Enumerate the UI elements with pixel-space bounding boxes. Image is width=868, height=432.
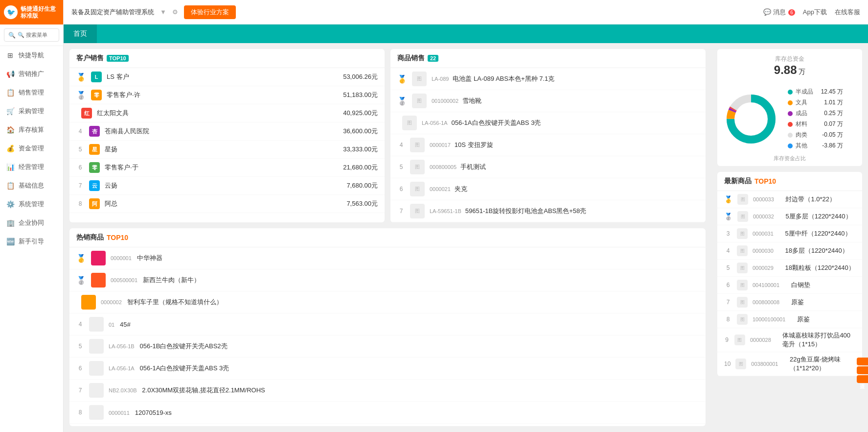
cs-hotline-btn[interactable]: 客服热线 (857, 358, 868, 365)
tab-home[interactable]: 首页 (64, 24, 97, 43)
rank-number: 10 (724, 360, 731, 367)
product-code: 0000029 (753, 265, 774, 271)
product-info: 000500001 新西兰牛肉（新牛） (111, 276, 699, 285)
legend-value: 0.25 万 (816, 109, 843, 118)
sidebar-item-purchase[interactable]: 🛒采购管理 (0, 102, 63, 120)
rank-number: 5 (724, 264, 732, 271)
product-thumb (89, 361, 104, 376)
table-row[interactable]: 6 零 零售客户·于 21,680.00元 (69, 159, 385, 177)
customer-avatar: 零 (89, 162, 100, 173)
new-products-list: 🥇 图 0000033 封边带（1.0*22） 🥈 图 0000032 5厘多层… (717, 191, 862, 376)
product-thumb: 图 (737, 280, 748, 290)
product-row[interactable]: 🥇 图 LA-089 电池盖 LA-089 ABS本色+黑种 7.1克 (390, 68, 706, 90)
product-row[interactable]: 8 0000011 12070519-xs (69, 402, 706, 424)
product-code: 0000028 (750, 337, 771, 343)
product-code: LA-056-1A (109, 365, 135, 371)
product-info: 0000021 夹克 (430, 185, 699, 193)
product-row[interactable]: 9 KK-SD22110H 花语萌恒温分罐罐桶（厚款） (69, 424, 706, 426)
product-name: 45# (120, 321, 131, 328)
product-row[interactable]: 7 NB2.0X30B 2.0X30MM双搓花轴,搓花直径2.1MM/ROHS (69, 380, 706, 402)
product-name: 59651-1B旋转投影灯电池盒ABS黑色+58壳 (465, 207, 586, 216)
product-thumb: 图 (737, 263, 748, 273)
product-row[interactable]: 5 LA-056-1B 056-1B白色按键开关壳ABS2壳 (69, 336, 706, 358)
product-info: LA-056-1B 056-1B白色按键开关壳ABS2壳 (109, 342, 699, 351)
sidebar-item-quick-nav[interactable]: ⊞快捷导航 (0, 46, 63, 65)
sidebar-item-inventory[interactable]: 🏠库存核算 (0, 120, 63, 139)
product-name: 体城嘉枝味苏打饮品400毫升（1*15） (782, 331, 855, 349)
product-name: 智利车子里（规格不知道填什么） (127, 298, 223, 306)
rank-medal: 🥈 (76, 91, 86, 100)
service-community-btn[interactable]: 服务社区 (857, 366, 868, 374)
product-info: 0000011 12070519-xs (109, 409, 699, 416)
sidebar-item-base-info[interactable]: 📋基础信息 (0, 176, 63, 195)
product-row[interactable]: 图 LA-056-1A 056-1A白色按键开关盖ABS 3壳 (390, 112, 706, 134)
table-row[interactable]: 🥈 零 零售客户·许 51,183.00元 (69, 86, 385, 104)
sold-products-header: 商品销售 22 (390, 49, 706, 68)
sidebar-item-marketing[interactable]: 📢营销推广 (0, 65, 63, 83)
table-row[interactable]: 红 红太阳文具 40,925.00元 (69, 104, 385, 122)
rank-number: 7 (76, 387, 84, 394)
sidebar-item-operations[interactable]: 📊经营管理 (0, 158, 63, 176)
live-btn[interactable]: 直播 (857, 375, 868, 383)
product-row[interactable]: 3 图 0000031 5厘中纤（1220*2440） (717, 225, 862, 242)
product-row[interactable]: 7 图 LA-59651-1B 59651-1B旋转投影灯电池盒ABS黑色+58… (390, 200, 706, 222)
legend-label: 半成品 (796, 88, 813, 96)
product-name: 056-1B白色按键开关壳ABS2壳 (139, 342, 227, 350)
product-row[interactable]: 6 图 0000021 夹克 (390, 178, 706, 200)
product-info: 0000017 10S 变扭罗旋 (430, 141, 699, 149)
table-row[interactable]: 🥇 L LS 客户 53,006.26元 (69, 68, 385, 86)
product-row[interactable]: 4 图 0000030 18多层（1220*2440） (717, 242, 862, 260)
product-thumb: 图 (412, 94, 427, 108)
customer-service-link[interactable]: 在线客服 (835, 8, 860, 17)
message-item[interactable]: 💬 消息 6 (763, 8, 795, 17)
table-row[interactable]: 4 杏 苍南县人民医院 36,600.00元 (69, 122, 385, 141)
table-row[interactable]: 5 星 星扬 33,333.00元 (69, 141, 385, 159)
nav-label-purchase: 采购管理 (19, 107, 44, 116)
product-row[interactable]: 🥇 图 0000033 封边带（1.0*22） (717, 191, 862, 208)
product-thumb (91, 251, 106, 265)
product-row[interactable]: 🥈 图 001000002 雪地靴 (390, 90, 706, 112)
nav-label-enterprise: 企业协同 (19, 218, 44, 227)
product-row[interactable]: 10 图 003800001 22g鱼豆腐-烧烤味（1*12*20） (717, 352, 862, 376)
product-row[interactable]: 9 图 0000028 体城嘉枝味苏打饮品400毫升（1*15） (717, 328, 862, 352)
product-row[interactable]: 7 图 000800008 原鉴 (717, 294, 862, 311)
product-row[interactable]: 6 图 004100001 白钢垫 (717, 277, 862, 294)
sold-products-badge: 22 (428, 55, 438, 62)
product-row[interactable]: 🥇 0000001 中华神器 (69, 247, 706, 269)
search-menu-button[interactable]: 🔍 🔍 搜索菜单 (4, 28, 59, 42)
sidebar-item-system[interactable]: ⚙️系统管理 (0, 195, 63, 214)
nav-label-operations: 经营管理 (19, 163, 44, 171)
product-thumb: 图 (737, 297, 748, 308)
sidebar-item-sales[interactable]: 📋销售管理 (0, 83, 63, 102)
product-name: 18颗粒板（1220*2440） (785, 264, 854, 272)
gear-icon[interactable]: ⚙ (172, 8, 178, 16)
trial-button[interactable]: 体验行业方案 (184, 5, 236, 19)
product-row[interactable]: 5 图 0000029 18颗粒板（1220*2440） (717, 260, 862, 277)
app-download-link[interactable]: App下载 (803, 8, 827, 17)
product-row[interactable]: 8 图 10000100001 原鉴 (717, 311, 862, 328)
table-row[interactable]: 7 云 云扬 7,680.00元 (69, 177, 385, 195)
sidebar-search[interactable]: 🔍 🔍 搜索菜单 (0, 24, 63, 46)
product-row[interactable]: 0000002 智利车子里（规格不知道填什么） (69, 291, 706, 313)
customer-name: 零售客户·于 (105, 163, 338, 172)
table-row[interactable]: 8 阿 阿总 7,563.00元 (69, 195, 385, 213)
customer-avatar: 红 (81, 108, 92, 119)
product-row[interactable]: 5 图 000800005 手机测试 (390, 156, 706, 178)
customer-amount: 33,333.00元 (343, 145, 378, 154)
product-thumb (91, 273, 106, 288)
sidebar-item-enterprise[interactable]: 🏢企业协同 (0, 214, 63, 232)
product-row[interactable]: 4 图 0000017 10S 变扭罗旋 (390, 134, 706, 156)
rank-number: 8 (76, 200, 84, 207)
rank-number: 6 (76, 365, 84, 372)
product-row[interactable]: 🥈 000500001 新西兰牛肉（新牛） (69, 269, 706, 291)
rank-number: 5 (397, 164, 405, 170)
sidebar-item-finance[interactable]: 💰资金管理 (0, 139, 63, 158)
product-row[interactable]: 6 LA-056-1A 056-1A白色按键开关盖ABS 3壳 (69, 358, 706, 380)
rank-number: 9 (724, 336, 730, 343)
product-row[interactable]: 4 01 45# (69, 313, 706, 336)
sidebar-item-guide[interactable]: 🆕新手引导 (0, 232, 63, 251)
new-products-header: 最新商品 TOP10 (717, 172, 862, 191)
rank-number: 4 (76, 321, 84, 328)
inventory-label: 库存总资金 (775, 55, 804, 62)
product-row[interactable]: 🥈 图 0000032 5厘多层（1220*2440） (717, 208, 862, 225)
